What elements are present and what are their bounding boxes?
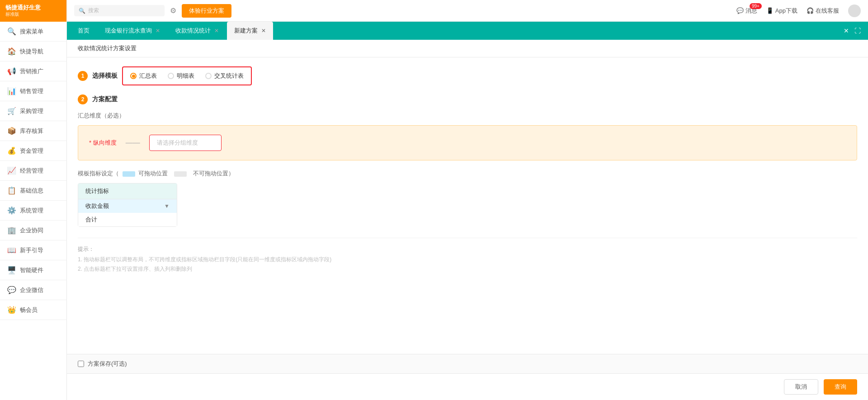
sidebar-item-marketing[interactable]: 📢 营销推广 bbox=[0, 61, 66, 81]
sidebar-item-label: 销售管理 bbox=[20, 87, 43, 95]
tips-item-1: 1. 拖动标题栏可以调整布局，不可跨维度或指标区域拖动栏目字段(只能在同一维度或… bbox=[78, 256, 857, 264]
logo-sub: 标准版 bbox=[5, 11, 41, 18]
page-title: 收款情况统计方案设置 bbox=[78, 45, 137, 52]
wechat-icon: 💬 bbox=[7, 286, 16, 294]
required-star: * bbox=[89, 139, 91, 146]
sidebar-item-guide[interactable]: 📖 新手引导 bbox=[0, 240, 66, 260]
save-section: 方案保存(可选) bbox=[67, 354, 868, 373]
step2-section: 2 方案配置 汇总维度（必选） * 纵向维度 —— bbox=[78, 94, 857, 273]
metrics-header-text: 模板指标设定（ 可拖动位置 不可拖动位置） bbox=[78, 169, 234, 178]
cancel-button[interactable]: 取消 bbox=[784, 379, 818, 395]
trial-button[interactable]: 体验行业方案 bbox=[182, 4, 231, 18]
summary-dimension-section: 汇总维度（必选） * 纵向维度 —— 请选择分组维度 bbox=[78, 112, 857, 273]
sidebar-item-wechat[interactable]: 💬 企业微信 bbox=[0, 280, 66, 300]
search-icon: 🔍 bbox=[7, 27, 16, 36]
sidebar-item-label: 采购管理 bbox=[20, 107, 43, 115]
dimension-select[interactable]: 请选择分组维度 bbox=[149, 135, 222, 151]
query-button[interactable]: 查询 bbox=[824, 379, 857, 395]
metrics-table-header: 统计指标 bbox=[78, 184, 177, 199]
radio-summary[interactable]: 汇总表 bbox=[130, 72, 157, 80]
sidebar-item-basic-info[interactable]: 📋 基础信息 bbox=[0, 181, 66, 201]
sidebar-item-purchase[interactable]: 🛒 采购管理 bbox=[0, 101, 66, 121]
sidebar-item-label: 智能硬件 bbox=[20, 266, 43, 274]
radio-cross-label: 交叉统计表 bbox=[214, 72, 244, 80]
metrics-section: 模板指标设定（ 可拖动位置 不可拖动位置） 统计指标 bbox=[78, 169, 857, 227]
save-label: 方案保存(可选) bbox=[88, 360, 127, 368]
sidebar-item-finance[interactable]: 💰 资金管理 bbox=[0, 141, 66, 161]
metrics-row-amount[interactable]: 收款金额 ▼ bbox=[78, 199, 177, 213]
dimension-row: * 纵向维度 —— 请选择分组维度 bbox=[89, 135, 846, 151]
step1-header: 1 选择模板 汇总表 明细表 bbox=[78, 66, 857, 85]
sales-icon: 📊 bbox=[7, 87, 16, 95]
system-icon: ⚙️ bbox=[7, 206, 16, 215]
tab-cash-bank-label: 现金银行流水查询 bbox=[105, 27, 152, 35]
sidebar-item-enterprise[interactable]: 🏢 企业协同 bbox=[0, 221, 66, 240]
sidebar-item-label: 营销推广 bbox=[20, 67, 43, 75]
close-tab-receipt-stats[interactable]: ✕ bbox=[214, 28, 219, 34]
enterprise-icon: 🏢 bbox=[7, 226, 16, 235]
sidebar-item-management[interactable]: 📈 经营管理 bbox=[0, 161, 66, 181]
search-icon: 🔍 bbox=[79, 8, 85, 14]
metrics-row-total: 合计 bbox=[78, 213, 177, 226]
radio-detail-dot bbox=[168, 73, 174, 79]
tips-item-2: 2. 点击标题栏下拉可设置排序、插入列和删除列 bbox=[78, 265, 857, 273]
tips-title: 提示： bbox=[78, 245, 857, 253]
sidebar-item-member[interactable]: 👑 畅会员 bbox=[0, 300, 66, 320]
tab-new-plan[interactable]: 新建方案 ✕ bbox=[227, 22, 273, 40]
online-service-button[interactable]: 🎧 在线客服 bbox=[807, 7, 839, 15]
logo-name: 畅捷通好生意 bbox=[5, 4, 41, 11]
tab-home[interactable]: 首页 bbox=[71, 22, 97, 40]
radio-summary-label: 汇总表 bbox=[139, 72, 157, 80]
template-options: 汇总表 明细表 交叉统计表 bbox=[122, 66, 252, 85]
step2-title: 方案配置 bbox=[92, 95, 118, 104]
sidebar-item-label: 企业微信 bbox=[20, 286, 43, 294]
tab-receipt-stats[interactable]: 收款情况统计 ✕ bbox=[168, 22, 226, 40]
sidebar-item-hardware[interactable]: 🖥️ 智能硬件 bbox=[0, 260, 66, 280]
radio-cross-dot bbox=[205, 73, 212, 79]
tab-new-plan-label: 新建方案 bbox=[234, 27, 258, 35]
service-icon: 🎧 bbox=[807, 7, 814, 14]
search-placeholder: 搜索 bbox=[88, 7, 99, 14]
radio-detail[interactable]: 明细表 bbox=[168, 72, 194, 80]
sidebar-item-inventory[interactable]: 📦 库存核算 bbox=[0, 121, 66, 141]
message-button[interactable]: 💬 消息 99+ bbox=[736, 7, 757, 15]
sidebar-item-nav[interactable]: 🏠 快捷导航 bbox=[0, 42, 66, 61]
topbar-right: 💬 消息 99+ 📱 App下载 🎧 在线客服 bbox=[736, 5, 861, 17]
sidebar-item-search[interactable]: 🔍 搜索菜单 bbox=[0, 22, 66, 42]
close-tab-cash-bank[interactable]: ✕ bbox=[156, 28, 160, 34]
close-tab-new-plan[interactable]: ✕ bbox=[261, 28, 266, 34]
search-bar[interactable]: 🔍 搜索 bbox=[74, 5, 165, 16]
app-download-button[interactable]: 📱 App下载 bbox=[766, 7, 797, 15]
nav-tabs-actions: ✕ ⛶ bbox=[844, 22, 864, 40]
app-download-label: App下载 bbox=[775, 7, 797, 15]
sidebar-item-label: 系统管理 bbox=[20, 207, 43, 215]
hardware-icon: 🖥️ bbox=[7, 266, 16, 274]
sidebar-item-sales[interactable]: 📊 销售管理 bbox=[0, 81, 66, 101]
gear-icon[interactable]: ⚙ bbox=[170, 6, 176, 15]
window-close-icon[interactable]: ✕ bbox=[844, 27, 849, 34]
sidebar-item-system[interactable]: ⚙️ 系统管理 bbox=[0, 201, 66, 221]
save-checkbox[interactable] bbox=[78, 361, 84, 367]
nav-tabs: 首页 现金银行流水查询 ✕ 收款情况统计 ✕ 新建方案 ✕ ✕ ⛶ bbox=[67, 22, 868, 40]
metrics-table: 统计指标 收款金额 ▼ 合计 bbox=[78, 183, 177, 227]
bottom-bar: 取消 查询 bbox=[67, 373, 868, 400]
guide-icon: 📖 bbox=[7, 246, 16, 254]
form-content: 1 选择模板 汇总表 明细表 bbox=[67, 57, 868, 354]
user-avatar[interactable] bbox=[848, 5, 861, 17]
sidebar-item-label: 搜索菜单 bbox=[20, 28, 43, 36]
basic-info-icon: 📋 bbox=[7, 186, 16, 195]
window-maximize-icon[interactable]: ⛶ bbox=[854, 27, 861, 34]
sidebar-item-label: 基础信息 bbox=[20, 187, 43, 195]
sidebar-logo: 畅捷通好生意 标准版 bbox=[0, 0, 66, 22]
metrics-total-label: 合计 bbox=[85, 216, 97, 223]
marketing-icon: 📢 bbox=[7, 67, 16, 75]
radio-cross[interactable]: 交叉统计表 bbox=[205, 72, 244, 80]
member-icon: 👑 bbox=[7, 306, 16, 314]
message-badge: 99+ bbox=[750, 3, 762, 9]
content-area: 收款情况统计方案设置 1 选择模板 汇总表 bbox=[67, 40, 868, 400]
step2-number: 2 bbox=[78, 94, 88, 104]
inventory-icon: 📦 bbox=[7, 127, 16, 135]
tab-cash-bank[interactable]: 现金银行流水查询 ✕ bbox=[98, 22, 167, 40]
metrics-header: 模板指标设定（ 可拖动位置 不可拖动位置） bbox=[78, 169, 857, 178]
management-icon: 📈 bbox=[7, 166, 16, 175]
